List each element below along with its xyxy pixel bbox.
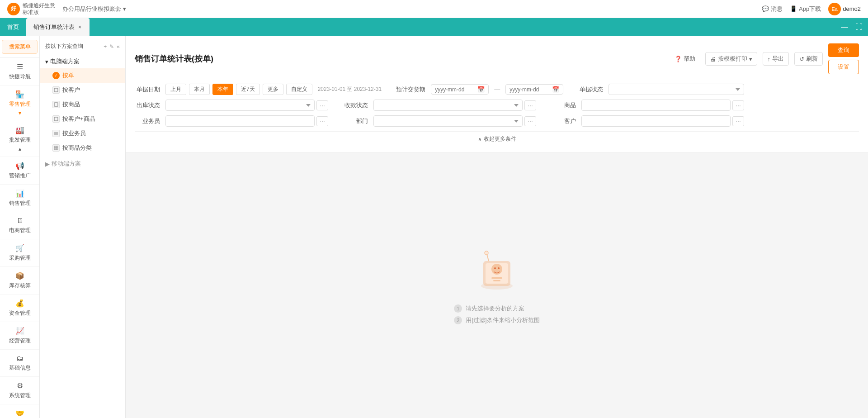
sidebar-item-wholesale[interactable]: 🏭 批发管理 ▴ [0, 121, 39, 157]
expected-date-end-input[interactable] [509, 86, 550, 93]
sidebar-item-system[interactable]: ⚙ 系统管理 [0, 377, 39, 404]
receipt-status-select[interactable] [373, 100, 523, 111]
retail-icon: 🏪 [15, 90, 24, 99]
expected-date-end-wrap: 📅 [505, 84, 563, 95]
chevron-down-icon: ▾ [123, 5, 126, 12]
customer-input[interactable] [581, 115, 731, 127]
scheme-item-by-salesman[interactable]: 按业务员 [40, 126, 125, 141]
operations-icon: 📈 [15, 327, 24, 335]
sidebar-item-operations[interactable]: 📈 经营管理 [0, 322, 39, 350]
scheme-sq-icon4 [52, 130, 60, 137]
scheme-item-by-category[interactable]: 按商品分类 [40, 141, 125, 155]
sidebar-item-basic[interactable]: 🗂 基础信息 [0, 350, 39, 377]
date-btn-last-month[interactable]: 上月 [165, 84, 186, 95]
sidebar-item-retail[interactable]: 🏪 零售管理 ▾ [0, 86, 39, 121]
top-bar-right: 💬 消息 📱 App下载 Ea demo2 [762, 3, 861, 15]
page-header: 销售订单统计表(按单) ❓ 帮助 🖨 按模板打印 ▾ ↑ 导出 [126, 36, 868, 78]
message-button[interactable]: 💬 消息 [762, 5, 783, 13]
date-btn-more[interactable]: 更多 [263, 84, 283, 95]
mobile-scheme-group[interactable]: ▶ 移动端方案 [40, 157, 125, 171]
content-area: 按以下方案查询 + ✎ « ▾ 电脑端方案 ✓ 按单 [40, 36, 868, 418]
help-button[interactable]: ❓ 帮助 [670, 52, 700, 65]
user-info[interactable]: Ea demo2 [828, 3, 861, 15]
app-download-button[interactable]: 📱 App下载 [790, 5, 821, 13]
salesman-more-icon[interactable]: ··· [316, 116, 328, 126]
sidebar-item-enterprise[interactable]: 🤝 企业协同 [0, 404, 39, 418]
collapse-arrow-icon: ∧ [478, 136, 482, 142]
scheme-item-by-customer-goods[interactable]: 按客户+商品 [40, 112, 125, 126]
sidebar-item-marketing[interactable]: 📢 营销推广 [0, 157, 39, 185]
dept-select[interactable] [373, 115, 523, 127]
sidebar-item-finance[interactable]: 💰 资金管理 [0, 294, 39, 322]
sidebar-item-inventory[interactable]: 📦 库存核算 [0, 267, 39, 294]
left-panel-header: 按以下方案查询 + ✎ « [40, 40, 125, 53]
add-scheme-button[interactable]: + [104, 43, 107, 50]
finance-icon: 💰 [15, 299, 24, 308]
logo-icon: 好 [7, 3, 20, 15]
ecommerce-icon: 🖥 [16, 217, 24, 225]
template-print-arrow-icon: ▾ [749, 56, 752, 62]
receipt-status-more-icon[interactable]: ··· [524, 100, 536, 110]
date-btn-custom[interactable]: 自定义 [286, 84, 312, 95]
salesman-input[interactable] [165, 115, 315, 127]
edit-scheme-button[interactable]: ✎ [109, 43, 114, 50]
expected-date-start-wrap: 📅 [431, 84, 489, 95]
tab-close-icon[interactable]: × [77, 23, 82, 31]
goods-input[interactable] [581, 100, 731, 111]
shipment-status-more-icon[interactable]: ··· [316, 100, 328, 110]
goods-more-icon[interactable]: ··· [732, 100, 744, 110]
page-title: 销售订单统计表(按单) [135, 53, 213, 64]
tab-bar: 首页 销售订单统计表 × — ⛶ [0, 18, 868, 36]
sidebar-item-ecommerce[interactable]: 🖥 电商管理 [0, 212, 39, 239]
scheme-sq-icon [52, 86, 60, 94]
status-select[interactable] [609, 84, 744, 95]
sidebar-item-quick-nav[interactable]: ☰ 快捷导航 [0, 58, 39, 86]
app-selector[interactable]: 办公用品行业模拟账套 ▾ [59, 3, 130, 15]
tab-maximize-icon[interactable]: ⛶ [854, 21, 864, 33]
scheme-sq-icon3 [52, 115, 60, 123]
calendar-icon2: 📅 [552, 86, 559, 93]
empty-tip-2: 2 用[过滤]条件来缩小分析范围 [454, 316, 539, 324]
sidebar-item-sales[interactable]: 📊 销售管理 [0, 185, 39, 212]
scheme-item-by-order[interactable]: ✓ 按单 [40, 68, 125, 83]
retail-arrow-icon: ▾ [19, 110, 21, 116]
tip-number-1: 1 [454, 304, 462, 313]
right-content: 销售订单统计表(按单) ❓ 帮助 🖨 按模板打印 ▾ ↑ 导出 [126, 36, 868, 418]
empty-illustration [470, 243, 524, 297]
customer-more-icon[interactable]: ··· [732, 116, 744, 126]
sidebar-search-btn[interactable]: 搜索菜单 [2, 40, 38, 54]
left-panel: 按以下方案查询 + ✎ « ▾ 电脑端方案 ✓ 按单 [40, 36, 126, 418]
empty-tip-1: 1 请先选择要分析的方案 [454, 304, 539, 313]
template-print-button[interactable]: 🖨 按模板打印 ▾ [705, 52, 757, 66]
refresh-button[interactable]: ↺ 刷新 [794, 52, 823, 66]
date-btn-this-year[interactable]: 本年 [212, 84, 233, 95]
empty-state: 1 请先选择要分析的方案 2 用[过滤]条件来缩小分析范围 [126, 152, 868, 418]
expected-date-start-input[interactable] [435, 86, 476, 93]
query-button[interactable]: 查询 [828, 43, 859, 57]
dept-more-icon[interactable]: ··· [524, 116, 536, 126]
desktop-group-title[interactable]: ▾ 电脑端方案 [40, 55, 125, 68]
wholesale-arrow-icon: ▴ [19, 146, 21, 152]
expected-date-label: 预计交货期 [396, 86, 425, 94]
scheme-item-by-goods[interactable]: 按商品 [40, 97, 125, 112]
scheme-item-by-customer[interactable]: 按客户 [40, 83, 125, 97]
date-btn-7days[interactable]: 近7天 [236, 84, 260, 95]
sidebar: 搜索菜单 ☰ 快捷导航 🏪 零售管理 ▾ 🏭 批发管理 ▴ 📢 营销推广 📊 销… [0, 36, 40, 418]
settings-button[interactable]: 设置 [828, 60, 859, 74]
tab-sales-order[interactable]: 销售订单统计表 × [26, 18, 90, 36]
tab-minimize-icon[interactable]: — [839, 21, 850, 33]
shipment-status-select[interactable] [165, 100, 315, 111]
sidebar-item-purchase[interactable]: 🛒 采购管理 [0, 239, 39, 267]
svg-rect-17 [493, 280, 500, 281]
date-filter-label: 单据日期 [135, 86, 160, 94]
svg-rect-9 [57, 148, 58, 150]
page-actions: ❓ 帮助 🖨 按模板打印 ▾ ↑ 导出 ↺ 刷新 [670, 43, 859, 74]
mobile-arrow-icon: ▶ [45, 161, 50, 167]
collapse-filter-button[interactable]: ∧ 收起更多条件 [135, 132, 859, 147]
collapse-panel-button[interactable]: « [117, 43, 120, 50]
receipt-status-label: 收款状态 [343, 101, 368, 109]
tab-home[interactable]: 首页 [0, 18, 26, 36]
date-btn-this-month[interactable]: 本月 [189, 84, 210, 95]
export-button[interactable]: ↑ 导出 [763, 52, 789, 66]
goods-label: 商品 [551, 101, 576, 109]
